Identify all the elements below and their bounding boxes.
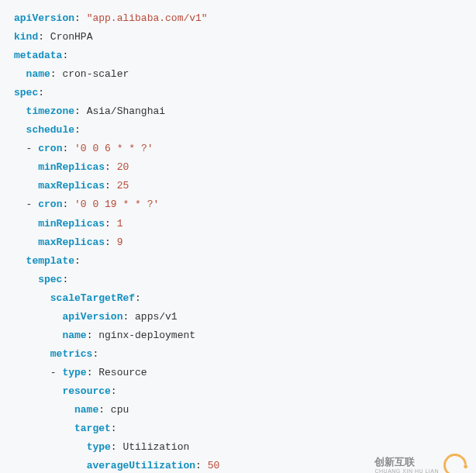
val-t-type: Utilization (122, 441, 189, 453)
val-maxReplicas-2: 9 (117, 236, 123, 248)
val-maxReplicas-1: 25 (117, 180, 129, 192)
key-resource: resource (62, 385, 110, 397)
val-metadata-name: cron-scaler (62, 68, 129, 80)
key-spec: spec (14, 87, 38, 98)
key-cron-2: cron (38, 199, 62, 210)
key-minReplicas-1: minReplicas (38, 161, 105, 173)
val-st-name: nginx-deployment (98, 330, 195, 341)
val-apiVersion: "app.alibaba.com/v1" (87, 12, 208, 24)
key-template-spec: spec (38, 274, 62, 285)
key-schedule: schedule (26, 124, 74, 136)
key-maxReplicas-2: maxReplicas (38, 236, 105, 248)
dash: - (26, 199, 33, 210)
val-cron-1: '0 0 6 * * ?' (74, 143, 153, 154)
key-cron-1: cron (38, 143, 62, 154)
key-apiVersion: apiVersion (14, 12, 74, 24)
val-kind: CronHPA (50, 31, 93, 43)
watermark-brand-en: CHUANG XIN HU LIAN (374, 468, 439, 473)
key-averageUtilization: averageUtilization (87, 460, 195, 471)
val-averageUtilization: 50 (208, 460, 220, 471)
val-m-type: Resource (98, 367, 147, 378)
key-kind: kind (14, 31, 38, 43)
val-cron-2: '0 0 19 * * ?' (74, 199, 159, 210)
val-minReplicas-1: 20 (117, 161, 129, 173)
dash: - (50, 367, 57, 378)
key-target: target (74, 423, 111, 434)
dash: - (26, 143, 33, 154)
key-metadata: metadata (14, 50, 62, 61)
key-st-apiVersion: apiVersion (62, 311, 122, 323)
key-template: template (26, 255, 74, 267)
watermark: 创新互联 CHUANG XIN HU LIAN (374, 454, 467, 473)
watermark-brand-cn: 创新互联 (374, 457, 415, 467)
key-metadata-name: name (26, 68, 50, 80)
key-r-name: name (74, 404, 98, 416)
key-st-name: name (62, 330, 86, 341)
val-timezone: Asia/Shanghai (87, 105, 165, 117)
yaml-code-block: apiVersion: "app.alibaba.com/v1" kind: C… (14, 9, 467, 473)
key-maxReplicas-1: maxReplicas (38, 180, 105, 192)
key-timezone: timezone (26, 105, 74, 117)
key-m-type: type (62, 367, 86, 378)
val-r-name: cpu (111, 404, 129, 416)
key-metrics: metrics (50, 348, 93, 360)
key-scaleTargetRef: scaleTargetRef (50, 292, 135, 304)
key-t-type: type (87, 441, 111, 453)
val-st-apiVersion: apps/v1 (135, 311, 178, 323)
key-minReplicas-2: minReplicas (38, 218, 105, 230)
val-minReplicas-2: 1 (117, 218, 123, 230)
